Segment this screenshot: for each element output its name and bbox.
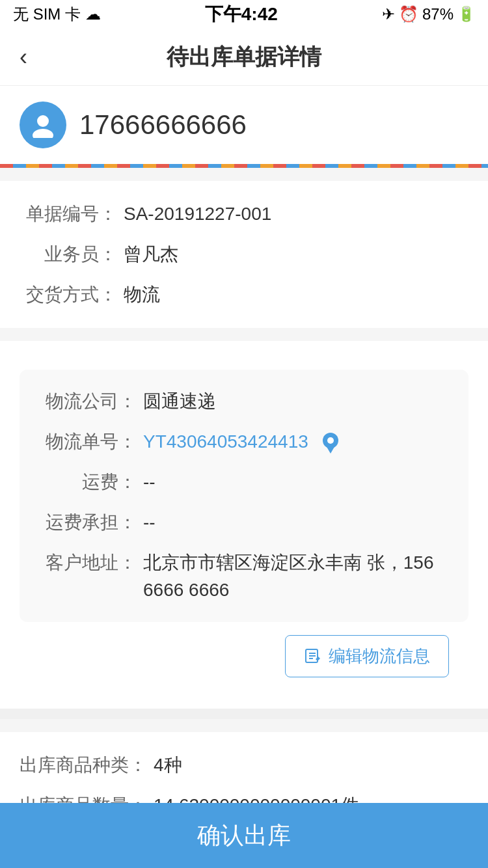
alarm-icon: ⏰ (399, 5, 418, 23)
battery-label: 87% (422, 5, 454, 23)
status-bar: 无 SIM 卡 ☁ 下午4:42 ✈ ⏰ 87% 🔋 (0, 0, 488, 29)
page-title: 待出库单据详情 (167, 42, 321, 72)
goods-type-value: 4种 (147, 752, 468, 779)
edit-logistics-label: 编辑物流信息 (329, 645, 430, 668)
customer-header: 17666666666 (0, 86, 488, 164)
salesperson-row: 业务员： 曾凡杰 (20, 241, 468, 268)
battery-icon: 🔋 (457, 6, 475, 23)
edit-logistics-btn-wrap: 编辑物流信息 (20, 622, 468, 693)
logistics-company-row: 物流公司： 圆通速递 (39, 388, 449, 415)
address-value: 北京市市辖区海淀区永丰南 张，156 6666 6666 (137, 549, 449, 604)
gray-separator (0, 709, 488, 719)
svg-point-3 (327, 437, 334, 444)
freight-bearer-row: 运费承担： -- (39, 509, 449, 536)
logistics-company-value: 圆通速递 (137, 388, 449, 415)
tracking-row: 物流单号： YT43064053424413 (39, 428, 449, 455)
tracking-label: 物流单号： (39, 428, 137, 455)
logistics-company-label: 物流公司： (39, 388, 137, 415)
delivery-method-row: 交货方式： 物流 (20, 281, 468, 308)
person-icon (30, 112, 56, 138)
location-pin-icon[interactable] (319, 430, 342, 454)
customer-phone: 17666666666 (79, 109, 247, 141)
status-time: 下午4:42 (205, 2, 278, 27)
freight-bearer-value: -- (137, 509, 449, 536)
freight-row: 运费： -- (39, 468, 449, 496)
logistics-section: 物流公司： 圆通速递 物流单号： YT43064053424413 运费： --… (0, 341, 488, 709)
goods-type-row: 出库商品种类： 4种 (20, 752, 468, 779)
freight-value: -- (137, 468, 449, 496)
confirm-button-label: 确认出库 (197, 820, 291, 852)
avatar (20, 102, 66, 148)
svg-point-1 (33, 129, 53, 138)
delivery-method-value: 物流 (117, 281, 468, 308)
dashed-divider (0, 164, 488, 168)
freight-bearer-label: 运费承担： (39, 509, 137, 536)
back-button[interactable]: ‹ (20, 44, 27, 71)
freight-label: 运费： (39, 468, 137, 496)
document-number-label: 单据编号： (20, 200, 117, 228)
tracking-number: YT43064053424413 (143, 428, 308, 455)
document-number-row: 单据编号： SA-20191227-001 (20, 200, 468, 228)
status-right: ✈ ⏰ 87% 🔋 (382, 5, 475, 23)
logistics-card: 物流公司： 圆通速递 物流单号： YT43064053424413 运费： --… (20, 370, 468, 622)
order-info-section: 单据编号： SA-20191227-001 业务员： 曾凡杰 交货方式： 物流 (0, 181, 488, 328)
address-row: 客户地址： 北京市市辖区海淀区永丰南 张，156 6666 6666 (39, 549, 449, 604)
tracking-value-wrap: YT43064053424413 (137, 428, 449, 455)
confirm-bar[interactable]: 确认出库 (0, 803, 488, 868)
document-number-value: SA-20191227-001 (117, 200, 468, 228)
svg-marker-4 (326, 446, 335, 454)
sim-label: 无 SIM 卡 ☁ (13, 4, 101, 25)
edit-icon (304, 647, 322, 666)
address-label: 客户地址： (39, 549, 137, 576)
svg-point-0 (37, 115, 49, 127)
goods-type-label: 出库商品种类： (20, 752, 147, 779)
location-icon: ✈ (382, 5, 395, 23)
edit-logistics-button[interactable]: 编辑物流信息 (285, 635, 449, 677)
delivery-method-label: 交货方式： (20, 281, 117, 308)
nav-bar: ‹ 待出库单据详情 (0, 29, 488, 86)
salesperson-label: 业务员： (20, 241, 117, 268)
status-left: 无 SIM 卡 ☁ (13, 4, 101, 25)
salesperson-value: 曾凡杰 (117, 241, 468, 268)
